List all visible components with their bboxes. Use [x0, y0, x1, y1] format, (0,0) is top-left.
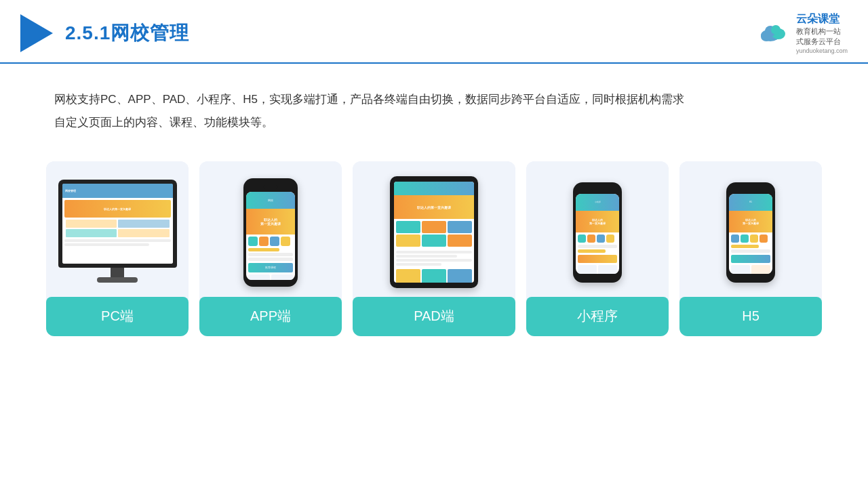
brand-logo: 云朵课堂 教育机构一站式服务云平台 yunduoketang.com: [757, 12, 848, 54]
app-label: APP端: [199, 297, 342, 336]
logo-triangle-icon: [20, 14, 53, 52]
miniprogram-label: 小程序: [526, 297, 669, 336]
miniprogram-image-area: 小程序 职达人的第一堂兴趣课: [526, 161, 669, 297]
app-card: 网校 职达人的第一堂兴趣课: [199, 161, 342, 336]
brand-text-block: 云朵课堂 教育机构一站式服务云平台 yunduoketang.com: [796, 12, 848, 54]
miniprogram-card: 小程序 职达人的第一堂兴趣课: [526, 161, 669, 336]
pad-tablet-icon: 职达人的第一堂兴趣课: [390, 176, 478, 288]
pad-card: 职达人的第一堂兴趣课: [353, 161, 515, 336]
page-description: 网校支持PC、APP、PAD、小程序、H5，实现多端打通，产品各终端自由切换，数…: [0, 64, 746, 148]
cloud-icon: [757, 23, 791, 43]
pc-card: 网校管理 职达人的第一堂兴趣课: [46, 161, 189, 336]
app-image-area: 网校 职达人的第一堂兴趣课: [199, 161, 342, 297]
pc-image-area: 网校管理 职达人的第一堂兴趣课: [46, 161, 189, 297]
app-phone-icon: 网校 职达人的第一堂兴趣课: [243, 178, 298, 287]
page-title: 2.5.1网校管理: [65, 20, 189, 46]
pad-image-area: 职达人的第一堂兴趣课: [353, 161, 515, 297]
h5-image-area: H5 职达人的第一堂兴趣课: [679, 161, 822, 297]
h5-label: H5: [679, 297, 822, 336]
pc-label: PC端: [46, 297, 189, 336]
platform-cards: 网校管理 职达人的第一堂兴趣课: [0, 148, 868, 357]
h5-phone-icon: H5 职达人的第一堂兴趣课: [726, 182, 775, 283]
page-header: 2.5.1网校管理 云朵课堂 教育机构一站式服务云平台 yunduoketang…: [0, 0, 868, 64]
miniprogram-phone-icon: 小程序 职达人的第一堂兴趣课: [573, 182, 622, 283]
brand-url: yunduoketang.com: [796, 47, 848, 54]
header-left: 2.5.1网校管理: [20, 14, 189, 52]
pad-label: PAD端: [353, 297, 515, 336]
h5-card: H5 职达人的第一堂兴趣课: [679, 161, 822, 336]
description-text: 网校支持PC、APP、PAD、小程序、H5，实现多端打通，产品各终端自由切换，数…: [54, 88, 692, 134]
pc-monitor-icon: 网校管理 职达人的第一堂兴趣课: [58, 180, 177, 285]
brand-tagline: 教育机构一站式服务云平台: [796, 26, 848, 47]
svg-point-4: [771, 25, 781, 35]
brand-name: 云朵课堂: [796, 12, 848, 26]
